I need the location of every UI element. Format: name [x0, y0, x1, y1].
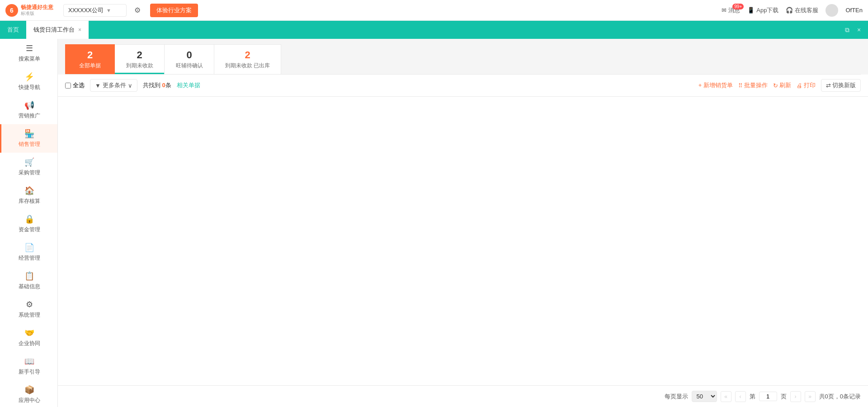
sidebar-item-system[interactable]: ⚙ 系统管理	[0, 295, 57, 323]
sidebar-item-enterprise-coop[interactable]: 🤝 企业协同	[0, 323, 57, 352]
window-restore-button[interactable]: ⧉	[842, 24, 853, 35]
gear-icon: ⚙	[134, 6, 141, 14]
nav-tabs: 首页 钱货日清工作台 × ⧉ ×	[0, 21, 868, 39]
refresh-button[interactable]: ↻ 刷新	[773, 81, 791, 89]
sidebar-item-quick-nav[interactable]: ⚡ 快捷导航	[0, 67, 57, 96]
page-number-input[interactable]	[759, 392, 777, 401]
print-button[interactable]: 🖨 打印	[797, 81, 816, 89]
avatar[interactable]	[826, 4, 838, 17]
window-close-button[interactable]: ×	[854, 24, 864, 35]
service-icon: 🎧	[786, 7, 793, 14]
purchase-icon: 🛒	[24, 157, 34, 167]
found-number: 0	[162, 82, 165, 89]
total-info: 共0页，0条记录	[819, 393, 861, 401]
summary-tab-pending-confirm[interactable]: 0 旺辅待确认	[165, 44, 214, 74]
logo-icon: 6	[5, 4, 18, 17]
sidebar-item-finance[interactable]: 🔒 资金管理	[0, 210, 57, 238]
message-button[interactable]: ✉ 消息 99+	[722, 6, 740, 14]
logo-text: 畅捷通好生意 标准版	[21, 4, 53, 16]
tab-home[interactable]: 首页	[0, 21, 26, 39]
filter-button[interactable]: ▼ 更多条件 ∨	[90, 79, 137, 92]
batch-operation-button[interactable]: ⠿ 批量操作	[738, 81, 768, 89]
restore-icon: ⧉	[845, 26, 849, 34]
tab-count-overdue-unshipped: 2	[245, 49, 250, 61]
logo-title: 畅捷通好生意	[21, 4, 53, 10]
tab-close-icon[interactable]: ×	[78, 27, 81, 33]
switch-icon: ⇄	[826, 82, 831, 89]
home-tab-label: 首页	[7, 26, 19, 34]
experience-button[interactable]: 体验行业方案	[150, 4, 198, 17]
sidebar-label-inventory: 库存核算	[19, 197, 40, 205]
settings-button[interactable]: ⚙	[130, 3, 145, 18]
tab-count-pending-confirm: 0	[186, 49, 192, 61]
prev-page-button[interactable]: ‹	[735, 391, 746, 402]
sidebar-item-purchase[interactable]: 🛒 采购管理	[0, 153, 57, 181]
enterprise-coop-icon: 🤝	[24, 328, 34, 338]
sidebar-label-search-menu: 搜索菜单	[19, 55, 40, 63]
refresh-icon: ↻	[773, 82, 778, 89]
sidebar-item-sales[interactable]: 🏪 销售管理	[0, 124, 57, 153]
summary-wrapper: 2 全部单据 2 到期未收款 0 旺辅待确认 2 到期未收款 已出库	[58, 39, 868, 75]
sidebar-label-guide: 新手引导	[19, 368, 40, 376]
tab-label-all: 全部单据	[79, 62, 101, 70]
sidebar-label-sales: 销售管理	[19, 140, 40, 148]
tab-indicator	[115, 73, 164, 74]
next-page-button[interactable]: ›	[790, 391, 801, 402]
sidebar-item-app-center[interactable]: 📦 应用中心	[0, 380, 57, 407]
tab-count-overdue-unpaid: 2	[137, 49, 142, 61]
online-service-label: 在线客服	[795, 6, 818, 14]
online-service-button[interactable]: 🎧 在线客服	[786, 6, 818, 14]
per-page-select[interactable]: 50 10 20 100	[692, 391, 717, 402]
company-name: XXXXXX公司	[68, 6, 104, 14]
sidebar-label-finance: 资金管理	[19, 226, 40, 234]
inventory-icon: 🏠	[24, 186, 34, 196]
summary-tab-all[interactable]: 2 全部单据	[65, 44, 115, 74]
sidebar-label-operations: 经营管理	[19, 254, 40, 262]
summary-tab-overdue-unshipped[interactable]: 2 到期未收款 已出库	[214, 44, 281, 74]
sidebar: ☰ 搜索菜单 ⚡ 快捷导航 📢 营销推广 🏪 销售管理 🛒 采购管理 🏠 库存核…	[0, 39, 58, 407]
toolbar: 全选 ▼ 更多条件 ∨ 共找到 0条 相关单据 + 新增销货单 ⠿ 批量操作 ↻…	[58, 75, 868, 97]
tab-label-pending-confirm: 旺辅待确认	[176, 62, 203, 70]
company-selector[interactable]: XXXXXX公司 ▼	[63, 4, 127, 17]
tab-active[interactable]: 钱货日清工作台 ×	[26, 21, 89, 39]
select-all-checkbox[interactable]	[65, 83, 71, 89]
message-icon: ✉	[722, 7, 726, 14]
app-center-icon: 📦	[24, 385, 34, 395]
quick-nav-icon: ⚡	[24, 72, 34, 82]
first-page-button[interactable]: «	[721, 391, 731, 402]
page-label-end: 页	[781, 393, 787, 401]
summary-tab-overdue-unpaid[interactable]: 2 到期未收款	[115, 44, 165, 74]
print-label: 打印	[804, 81, 816, 89]
sidebar-label-app-center: 应用中心	[19, 397, 40, 404]
sidebar-label-purchase: 采购管理	[19, 169, 40, 177]
sidebar-label-enterprise-coop: 企业协同	[19, 340, 40, 347]
username[interactable]: OfTEn	[845, 7, 863, 14]
app-download-button[interactable]: 📱 App下载	[747, 6, 778, 14]
marketing-icon: 📢	[24, 100, 34, 110]
select-all-checkbox-area[interactable]: 全选	[65, 81, 85, 89]
page-label: 第	[750, 393, 755, 401]
main-layout: ☰ 搜索菜单 ⚡ 快捷导航 📢 营销推广 🏪 销售管理 🛒 采购管理 🏠 库存核…	[0, 39, 868, 407]
prev-page-icon: ‹	[740, 393, 741, 400]
tab-count-all: 2	[87, 49, 93, 61]
last-page-icon: »	[808, 393, 811, 400]
last-page-button[interactable]: »	[805, 391, 816, 402]
filter-label: 更多条件	[103, 81, 126, 89]
switch-version-button[interactable]: ⇄ 切换新版	[821, 79, 861, 92]
table-area	[58, 97, 868, 385]
topbar-right: ✉ 消息 99+ 📱 App下载 🎧 在线客服 OfTEn	[722, 4, 863, 17]
sidebar-item-basic-info[interactable]: 📋 基础信息	[0, 267, 57, 295]
sidebar-label-basic-info: 基础信息	[19, 283, 40, 290]
sidebar-item-guide[interactable]: 📖 新手引导	[0, 352, 57, 380]
sidebar-item-marketing[interactable]: 📢 营销推广	[0, 96, 57, 124]
batch-icon: ⠿	[738, 82, 743, 89]
filter-chevron-icon: ∨	[128, 82, 132, 89]
search-menu-icon: ☰	[26, 43, 33, 53]
sidebar-label-marketing: 营销推广	[19, 112, 40, 120]
sidebar-item-search-menu[interactable]: ☰ 搜索菜单	[0, 39, 57, 67]
sidebar-item-operations[interactable]: 📄 经营管理	[0, 238, 57, 267]
sidebar-item-inventory[interactable]: 🏠 库存核算	[0, 181, 57, 210]
per-page-label: 每页显示	[665, 393, 688, 401]
related-orders-link[interactable]: 相关单据	[177, 81, 200, 89]
add-sales-order-button[interactable]: + 新增销货单	[698, 81, 733, 89]
